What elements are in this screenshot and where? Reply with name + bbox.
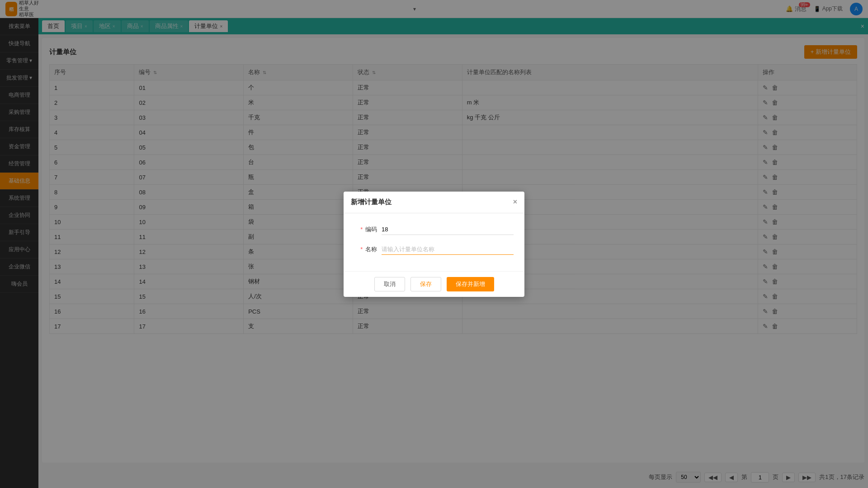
modal-footer: 取消 保存 保存并新增 xyxy=(344,271,524,297)
code-label: 编码 xyxy=(354,225,377,234)
name-label: 名称 xyxy=(354,245,377,253)
modal-close-btn[interactable]: × xyxy=(513,198,517,206)
save-btn[interactable]: 保存 xyxy=(410,277,441,291)
cancel-btn[interactable]: 取消 xyxy=(374,277,405,291)
form-row-name: 名称 xyxy=(354,244,514,255)
modal-overlay: 新增计量单位 × 编码 名称 取消 保存 保存并新增 xyxy=(0,0,868,488)
add-unit-modal: 新增计量单位 × 编码 名称 取消 保存 保存并新增 xyxy=(344,192,524,297)
modal-header: 新增计量单位 × xyxy=(344,192,524,213)
code-input[interactable] xyxy=(382,224,514,235)
name-input[interactable] xyxy=(382,244,514,255)
save-new-btn[interactable]: 保存并新增 xyxy=(447,277,494,291)
form-row-code: 编码 xyxy=(354,224,514,235)
modal-body: 编码 名称 xyxy=(344,213,524,271)
modal-title: 新增计量单位 xyxy=(351,198,392,206)
